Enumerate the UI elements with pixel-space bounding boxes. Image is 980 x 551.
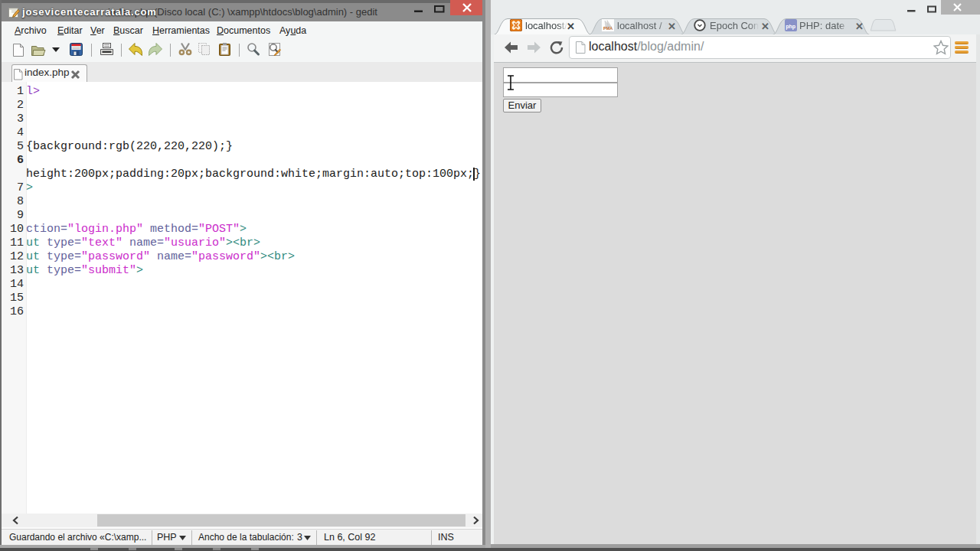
- svg-text:PMA: PMA: [603, 26, 612, 31]
- svg-text:php: php: [786, 24, 795, 30]
